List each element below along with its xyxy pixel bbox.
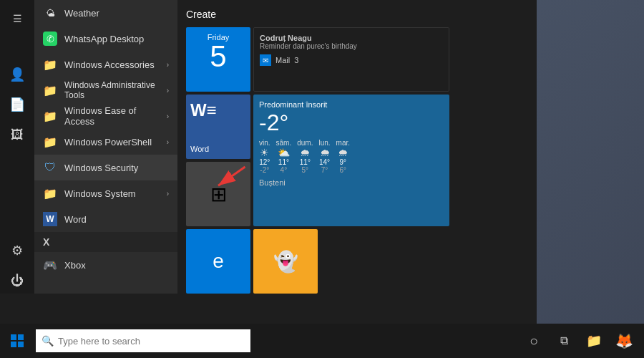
day-icon-2: ⛅ xyxy=(278,147,290,158)
tiles-row2: e 👻 xyxy=(186,229,527,294)
file-explorer-icon[interactable]: 📁 xyxy=(580,324,608,358)
tile-mail-notif[interactable]: Codruț Neagu Reminder dan purec's birthd… xyxy=(253,27,449,92)
mail-icon: ✉ xyxy=(260,54,271,66)
word-tile-label: Word xyxy=(190,145,209,153)
tile-edge[interactable]: e xyxy=(186,229,250,294)
day-label-4: lun. xyxy=(318,139,330,147)
app-label-win-admin-tools: Windows Administrative Tools xyxy=(64,80,160,100)
taskbar-icons: ○ ⧉ 📁 🦊 xyxy=(519,324,644,358)
day-lo-1: -2° xyxy=(260,166,269,174)
app-label-xbox: Xbox xyxy=(64,260,86,271)
svg-rect-2 xyxy=(11,334,16,340)
calendar-day-num: 5 xyxy=(210,42,226,72)
mail-label: Mail xyxy=(275,56,290,64)
app-label-win-ease: Windows Ease of Access xyxy=(64,105,160,127)
day-lo-2: 4° xyxy=(280,166,288,174)
day-hi-2: 11° xyxy=(278,158,289,166)
edge-icon: e xyxy=(213,250,224,273)
day-hi-3: 11° xyxy=(300,158,311,166)
document-icon[interactable]: 📄 xyxy=(4,92,30,117)
mail-count: 3 xyxy=(294,56,298,64)
svg-rect-4 xyxy=(11,342,16,347)
app-list: 🌤 Weather ✆ WhatsApp Desktop 📁 Windows A… xyxy=(34,0,177,294)
app-item-whatsapp[interactable]: ✆ WhatsApp Desktop xyxy=(34,26,177,52)
ghost-icon: 👻 xyxy=(273,250,298,274)
app-label-word: Word xyxy=(64,214,87,225)
weather-location: Bușteni xyxy=(259,178,286,187)
start-menu: ☰ 👤 📄 🖼 ⚙ ⏻ 🌤 Weather ✆ WhatsApp Desktop… xyxy=(0,0,537,324)
app-item-win-powershell[interactable]: 📁 Windows PowerShell › xyxy=(34,129,177,155)
shield-icon: 🛡 xyxy=(43,160,57,175)
app-label-win-powershell: Windows PowerShell xyxy=(64,137,152,147)
folder-icon-admin-tools: 📁 xyxy=(43,83,57,97)
weather-icon: 🌤 xyxy=(43,6,57,20)
notif-text: Reminder dan purec's birthday xyxy=(260,42,357,50)
app-item-xbox[interactable]: 🎮 Xbox xyxy=(34,252,177,278)
task-view-icon[interactable]: ⧉ xyxy=(550,324,578,358)
tile-word[interactable]: W≡ Word xyxy=(186,95,250,159)
day-label-1: vin. xyxy=(259,139,270,147)
teams-icon: ⊞ xyxy=(210,183,227,206)
app-item-win-system[interactable]: 📁 Windows System › xyxy=(34,180,177,206)
user-icon[interactable]: 👤 xyxy=(4,62,30,87)
notif-from: Codruț Neagu xyxy=(260,34,312,42)
image-icon[interactable]: 🖼 xyxy=(4,122,30,147)
whatsapp-icon: ✆ xyxy=(43,32,57,46)
tile-ghost[interactable]: 👻 xyxy=(253,229,318,294)
app-label-whatsapp: WhatsApp Desktop xyxy=(64,34,144,44)
taskbar: 🔍 ○ ⧉ 📁 🦊 xyxy=(0,324,644,358)
svg-rect-5 xyxy=(18,342,24,347)
app-label-win-system: Windows System xyxy=(64,188,136,199)
day-icon-3: 🌧 xyxy=(300,147,310,158)
folder-icon-accessories: 📁 xyxy=(43,57,57,72)
cortana-search-icon[interactable]: ○ xyxy=(519,324,548,358)
tile-teams[interactable]: ⊞ xyxy=(186,162,250,226)
app-item-win-accessories[interactable]: 📁 Windows Accessories › xyxy=(34,52,177,77)
app-item-weather[interactable]: 🌤 Weather xyxy=(34,0,177,26)
start-button[interactable] xyxy=(0,324,34,358)
tile-weather[interactable]: Predominant însorit -2° vin. ☀ 12° -2° s… xyxy=(253,95,449,226)
day-icon-1: ☀ xyxy=(260,147,269,158)
chevron-accessories: › xyxy=(167,61,169,69)
settings-icon[interactable]: ⚙ xyxy=(4,238,30,263)
day-hi-5: 9° xyxy=(340,158,347,166)
mail-row: ✉ Mail 3 xyxy=(260,54,298,66)
weather-day-4: lun. 🌧 14° 7° xyxy=(318,139,330,174)
search-bar[interactable]: 🔍 xyxy=(36,329,250,352)
day-lo-3: 5° xyxy=(302,166,309,174)
desktop: ☰ 👤 📄 🖼 ⚙ ⏻ 🌤 Weather ✆ WhatsApp Desktop… xyxy=(0,0,644,358)
chevron-powershell: › xyxy=(167,138,169,146)
xbox-icon: 🎮 xyxy=(43,258,57,272)
weather-forecast: vin. ☀ 12° -2° sâm. ⛅ 11° 4° dum. xyxy=(259,139,350,174)
chevron-admin-tools: › xyxy=(167,87,169,95)
hamburger-icon[interactable]: ☰ xyxy=(4,6,30,32)
app-label-win-accessories: Windows Accessories xyxy=(64,59,155,70)
day-lo-5: 6° xyxy=(340,166,347,174)
app-item-win-security[interactable]: 🛡 Windows Security xyxy=(34,155,177,180)
app-label-win-security: Windows Security xyxy=(64,163,138,173)
weather-temp: -2° xyxy=(259,109,288,136)
day-icon-4: 🌧 xyxy=(320,147,330,158)
search-input[interactable] xyxy=(58,336,245,347)
day-label-2: sâm. xyxy=(276,139,292,147)
app-item-win-ease[interactable]: 📁 Windows Ease of Access › xyxy=(34,103,177,129)
folder-icon-powershell: 📁 xyxy=(43,135,57,149)
app-item-word[interactable]: W Word xyxy=(34,206,177,232)
tiles-grid: Friday 5 Codruț Neagu Reminder dan purec… xyxy=(186,27,527,226)
tiles-header: Create xyxy=(186,9,527,20)
weather-condition: Predominant însorit xyxy=(259,100,327,109)
tiles-panel: Create Friday 5 Codruț Neagu Reminder da… xyxy=(177,0,535,294)
tile-calendar[interactable]: Friday 5 xyxy=(186,27,250,92)
sidebar-icons: ☰ 👤 📄 🖼 ⚙ ⏻ xyxy=(0,0,34,294)
weather-day-1: vin. ☀ 12° -2° xyxy=(259,139,270,174)
app-item-win-admin-tools[interactable]: 📁 Windows Administrative Tools › xyxy=(34,77,177,103)
power-icon[interactable]: ⏻ xyxy=(4,268,30,294)
search-icon: 🔍 xyxy=(42,335,54,347)
windows-logo xyxy=(11,334,24,347)
day-label-3: dum. xyxy=(297,139,313,147)
folder-icon-system: 📁 xyxy=(43,186,57,200)
day-label-5: mar. xyxy=(336,139,350,147)
firefox-icon[interactable]: 🦊 xyxy=(610,324,638,358)
svg-rect-3 xyxy=(18,334,24,340)
app-label-weather: Weather xyxy=(64,8,99,19)
